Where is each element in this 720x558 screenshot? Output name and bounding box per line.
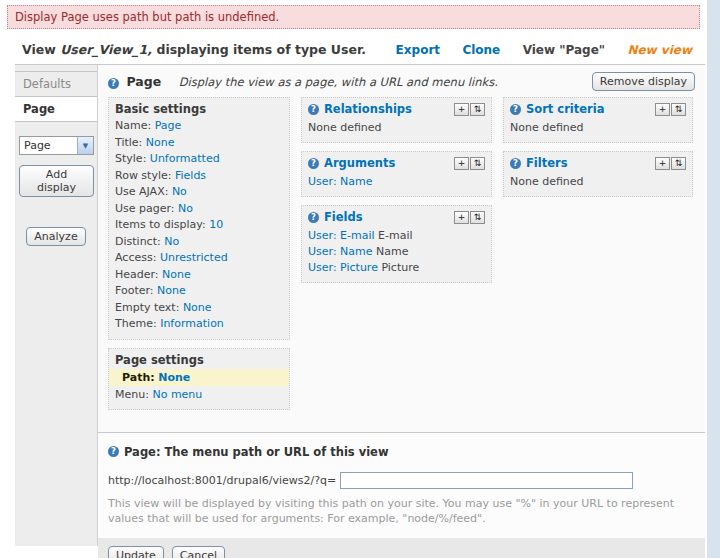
filters-ops: + ⇅ [655, 157, 686, 170]
help-icon[interactable]: ? [308, 212, 319, 223]
rearrange-filters-icon-button[interactable]: ⇅ [671, 157, 686, 170]
display-type-select[interactable]: Page ▼ [19, 136, 94, 155]
arguments-title-link[interactable]: Arguments [324, 156, 454, 170]
help-icon[interactable]: ? [308, 104, 319, 115]
rearrange-relationships-icon-button[interactable]: ⇅ [470, 103, 485, 116]
add-display-button[interactable]: Add display [19, 165, 94, 197]
sort-criteria-title-link[interactable]: Sort criteria [526, 102, 655, 116]
setting-value-link[interactable]: None [183, 301, 212, 314]
field-item-label: E-mail [378, 229, 413, 242]
view-title-prefix: View [22, 42, 56, 57]
view-page-link[interactable]: View "Page" [523, 43, 605, 57]
setting-value-link[interactable]: None [162, 268, 191, 281]
analyze-button[interactable]: Analyze [26, 227, 85, 246]
setting-label: Row style: [115, 169, 171, 182]
view-title-suffix: displaying items of type User. [156, 42, 366, 57]
setting-label: Distinct: [115, 235, 161, 248]
setting-row-items-to-display: Items to display: 10 [115, 217, 283, 234]
view-title: View User_View_1, displaying items of ty… [22, 42, 366, 57]
setting-value-link[interactable]: No [178, 202, 193, 215]
field-item-link[interactable]: User: Picture [308, 261, 378, 274]
sort-criteria-box-head: ? Sort criteria + ⇅ [510, 102, 686, 116]
menu-label: Menu: [115, 388, 149, 401]
setting-label: Access: [115, 251, 156, 264]
setting-row-row-style: Row style: Fields [115, 168, 283, 185]
setting-label: Footer: [115, 284, 154, 297]
add-argument-icon-button[interactable]: + [454, 157, 469, 170]
theme-background-strip [707, 0, 720, 558]
help-icon[interactable]: ? [510, 158, 521, 169]
plus-icon: + [458, 212, 466, 222]
rearrange-fields-icon-button[interactable]: ⇅ [470, 211, 485, 224]
column-right: ? Sort criteria + ⇅ None defined ? Filte… [503, 97, 693, 418]
setting-value-link[interactable]: Fields [175, 169, 206, 182]
new-view-link[interactable]: New view [627, 43, 692, 57]
setting-value-link[interactable]: No [164, 235, 179, 248]
filters-box-head: ? Filters + ⇅ [510, 156, 686, 170]
tab-defaults[interactable]: Defaults [15, 72, 97, 97]
setting-value-link[interactable]: None [157, 284, 186, 297]
field-item-name: User: Name Name [308, 244, 485, 260]
setting-label: Title: [115, 136, 142, 149]
sort-criteria-ops: + ⇅ [655, 103, 686, 116]
setting-label: Header: [115, 268, 159, 281]
setting-value-link[interactable]: 10 [209, 218, 223, 231]
updown-arrows-icon: ⇅ [474, 158, 482, 168]
setting-value-link[interactable]: Unformatted [150, 152, 220, 165]
relationships-box-head: ? Relationships + ⇅ [308, 102, 485, 116]
path-input[interactable] [340, 472, 633, 489]
clone-link[interactable]: Clone [462, 43, 500, 57]
fields-title-link[interactable]: Fields [324, 210, 454, 224]
help-icon[interactable]: ? [108, 446, 119, 457]
help-icon[interactable]: ? [108, 78, 119, 89]
arguments-box-head: ? Arguments + ⇅ [308, 156, 485, 170]
field-item-label: Picture [381, 261, 419, 274]
add-field-icon-button[interactable]: + [454, 211, 469, 224]
rearrange-arguments-icon-button[interactable]: ⇅ [470, 157, 485, 170]
setting-value-link[interactable]: Information [160, 317, 224, 330]
sidebar-controls: Page ▼ Add display Analyze [15, 122, 97, 246]
path-settings-form: ? Page: The menu path or URL of this vie… [98, 432, 705, 558]
cancel-button[interactable]: Cancel [172, 546, 225, 558]
help-icon[interactable]: ? [308, 158, 319, 169]
sort-criteria-empty-text: None defined [510, 120, 686, 136]
arguments-ops: + ⇅ [454, 157, 485, 170]
setting-value-link[interactable]: No [172, 185, 187, 198]
export-link[interactable]: Export [396, 43, 440, 57]
field-item-link[interactable]: User: E-mail [308, 229, 375, 242]
relationships-ops: + ⇅ [454, 103, 485, 116]
setting-row-distinct: Distinct: No [115, 234, 283, 251]
field-item-link[interactable]: User: Name [308, 245, 373, 258]
plus-icon: + [659, 104, 667, 114]
views-ui-container: Defaults Page Page ▼ Add display Analyze… [15, 64, 705, 546]
column-basic-settings: Basic settings Name: Page Title: None St… [108, 97, 290, 418]
argument-item-link[interactable]: User: Name [308, 175, 373, 188]
rearrange-sorts-icon-button[interactable]: ⇅ [671, 103, 686, 116]
relationships-title-link[interactable]: Relationships [324, 102, 454, 116]
help-icon[interactable]: ? [510, 104, 521, 115]
menu-value-link[interactable]: No menu [152, 388, 202, 401]
plus-icon: + [458, 158, 466, 168]
path-setting-row: Path: None [109, 369, 289, 386]
setting-row-empty-text: Empty text: None [115, 300, 283, 317]
chevron-down-icon: ▼ [77, 137, 93, 154]
sort-criteria-box: ? Sort criteria + ⇅ None defined [503, 97, 693, 143]
setting-value-link[interactable]: None [146, 136, 175, 149]
arguments-box: ? Arguments + ⇅ User: Name [301, 151, 492, 197]
field-item-email: User: E-mail E-mail [308, 228, 485, 244]
update-button[interactable]: Update [108, 546, 164, 558]
add-relationship-icon-button[interactable]: + [454, 103, 469, 116]
updown-arrows-icon: ⇅ [474, 104, 482, 114]
setting-value-link[interactable]: Unrestricted [160, 251, 228, 264]
filters-title-link[interactable]: Filters [526, 156, 655, 170]
tab-page[interactable]: Page [15, 97, 97, 122]
add-filter-icon-button[interactable]: + [655, 157, 670, 170]
filters-empty-text: None defined [510, 174, 686, 190]
setting-value-link[interactable]: Page [155, 119, 182, 132]
add-sort-icon-button[interactable]: + [655, 103, 670, 116]
updown-arrows-icon: ⇅ [675, 104, 683, 114]
remove-display-button[interactable]: Remove display [592, 72, 695, 91]
path-value-link[interactable]: None [158, 371, 190, 384]
form-title-row: ? Page: The menu path or URL of this vie… [98, 445, 705, 459]
display-header: ? Page Display the view as a page, with … [98, 65, 705, 97]
